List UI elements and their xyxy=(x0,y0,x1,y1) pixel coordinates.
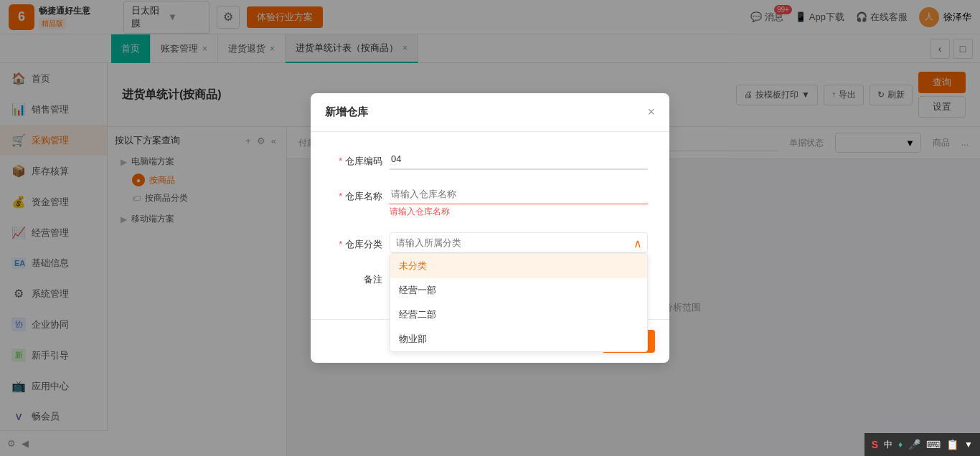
code-label: 仓库编码 xyxy=(332,149,390,168)
category-input[interactable] xyxy=(390,232,648,253)
modal-close-button[interactable]: × xyxy=(647,105,655,120)
modal-overlay: 新增仓库 × 仓库编码 仓库名称 请输入仓库名称 xyxy=(0,0,980,456)
clipboard-icon: 📋 xyxy=(946,439,958,450)
modal-header: 新增仓库 × xyxy=(311,93,669,132)
keyboard-icon: ⌨ xyxy=(926,439,941,450)
dropdown-item-uncategorized[interactable]: 未分类 xyxy=(390,254,647,278)
code-input[interactable] xyxy=(390,149,648,169)
name-input[interactable] xyxy=(390,184,648,204)
dropdown-item-dept2[interactable]: 经营二部 xyxy=(390,303,647,327)
code-form-row: 仓库编码 xyxy=(332,149,648,170)
name-form-row: 仓库名称 请输入仓库名称 xyxy=(332,184,648,218)
category-form-row: 仓库分类 ∧ 未分类 经营一部 经营二部 物业部 xyxy=(332,232,648,253)
category-dropdown-list: 未分类 经营一部 经营二部 物业部 xyxy=(390,253,648,352)
category-select-wrapper: ∧ 未分类 经营一部 经营二部 物业部 xyxy=(390,232,648,253)
new-warehouse-modal: 新增仓库 × 仓库编码 仓库名称 请输入仓库名称 xyxy=(311,93,669,363)
s-icon: S xyxy=(872,439,878,450)
category-label: 仓库分类 xyxy=(332,232,390,251)
expand-icon: ▼ xyxy=(964,440,973,450)
mic-icon: 🎤 xyxy=(908,439,920,450)
notes-label: 备注 xyxy=(332,267,390,286)
dropdown-item-property[interactable]: 物业部 xyxy=(390,327,647,351)
code-form-control xyxy=(390,149,648,170)
category-form-control: ∧ 未分类 经营一部 经营二部 物业部 xyxy=(390,232,648,253)
name-label: 仓库名称 xyxy=(332,184,390,203)
modal-title: 新增仓库 xyxy=(325,105,368,119)
name-error-msg: 请输入仓库名称 xyxy=(390,206,648,218)
status-dot: ♦ xyxy=(898,440,903,450)
dropdown-item-dept1[interactable]: 经营一部 xyxy=(390,278,647,303)
name-form-control: 请输入仓库名称 xyxy=(390,184,648,218)
modal-body: 仓库编码 仓库名称 请输入仓库名称 仓库分类 xyxy=(311,132,669,319)
status-bar: S 中 ♦ 🎤 ⌨ 📋 ▼ xyxy=(864,433,980,456)
lang-icon: 中 xyxy=(884,439,892,451)
